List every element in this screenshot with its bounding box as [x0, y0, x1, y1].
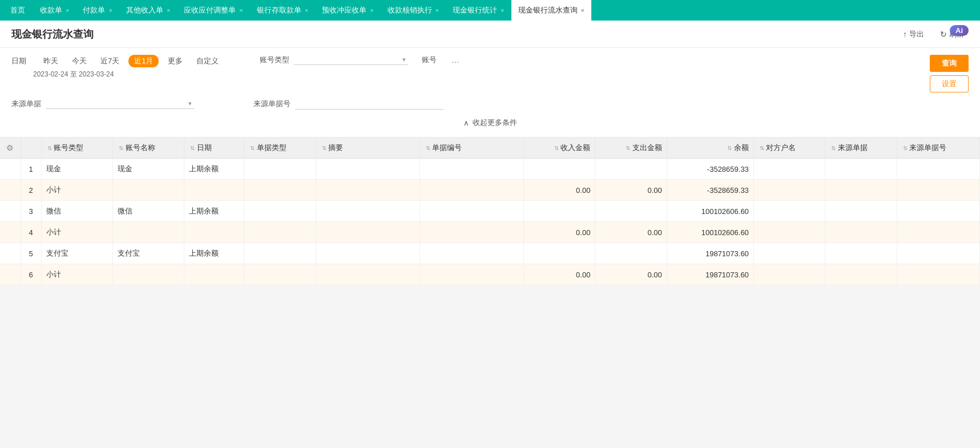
table-cell: [112, 264, 184, 285]
table-cell: [316, 243, 420, 264]
date-more-btn[interactable]: 更多: [163, 55, 187, 67]
table-cell: 上期余额: [184, 159, 244, 180]
sort-icon: ⇅: [322, 145, 326, 151]
table-cell: [595, 243, 667, 264]
table-cell: 3: [21, 201, 41, 222]
th-balance[interactable]: ⇅ 余额: [667, 138, 753, 159]
close-tab-0-icon[interactable]: ×: [66, 7, 69, 14]
close-tab-8-icon[interactable]: ×: [581, 7, 584, 14]
table-row: 3微信微信上期余额100102606.60: [0, 201, 980, 222]
table-cell: [420, 159, 523, 180]
close-tab-3-icon[interactable]: ×: [239, 7, 243, 14]
date-custom-btn[interactable]: 自定义: [192, 55, 223, 67]
table-cell: [523, 243, 595, 264]
table-row: 5支付宝支付宝上期余额19871073.60: [0, 243, 980, 264]
ai-badge[interactable]: Ai: [950, 25, 969, 36]
table-cell: [595, 201, 667, 222]
table-cell: [316, 159, 420, 180]
close-tab-4-icon[interactable]: ×: [305, 7, 308, 14]
collapse-up-icon: ∧: [463, 119, 469, 127]
gear-icon[interactable]: ⚙: [6, 143, 14, 152]
table-cell: 现金: [41, 159, 112, 180]
sort-icon: ⇅: [831, 145, 836, 151]
table-cell: [523, 159, 595, 180]
date-1month-btn[interactable]: 近1月: [128, 55, 159, 67]
query-button[interactable]: 查询: [930, 55, 969, 72]
th-counterparty[interactable]: ⇅ 对方户名: [753, 138, 825, 159]
nav-tab-0[interactable]: 收款单 ×: [33, 0, 76, 21]
account-no-dots-btn[interactable]: ...: [449, 55, 461, 65]
table-cell: [316, 264, 420, 285]
table-cell: [420, 264, 523, 285]
source-doc-select[interactable]: ▾: [46, 99, 194, 109]
table-cell: [595, 159, 667, 180]
nav-tab-4[interactable]: 银行存取款单 ×: [250, 0, 315, 21]
th-settings[interactable]: ⚙: [0, 138, 21, 159]
date-today-btn[interactable]: 今天: [67, 55, 91, 67]
sort-icon: ⇅: [760, 145, 764, 151]
close-tab-2-icon[interactable]: ×: [167, 7, 170, 14]
table-cell: [184, 222, 244, 243]
nav-tab-1[interactable]: 付款单 ×: [76, 0, 119, 21]
sort-icon: ⇅: [626, 145, 630, 151]
account-no-label: 账号: [422, 55, 445, 65]
th-account-name[interactable]: ⇅ 账号名称: [112, 138, 184, 159]
account-type-select[interactable]: ▾: [294, 55, 408, 65]
nav-tab-7[interactable]: 现金银行统计 ×: [446, 0, 511, 21]
table-cell: [420, 180, 523, 201]
th-date[interactable]: ⇅ 日期: [184, 138, 244, 159]
setting-button[interactable]: 设置: [930, 75, 969, 92]
export-button[interactable]: ↑ 导出: [898, 27, 929, 42]
table-cell: [523, 201, 595, 222]
nav-tab-8[interactable]: 现金银行流水查询 ×: [511, 0, 591, 21]
table-cell: [420, 222, 523, 243]
table-cell: [244, 243, 316, 264]
table-cell: [244, 264, 316, 285]
nav-tab-6[interactable]: 收款核销执行 ×: [381, 0, 446, 21]
table-cell: 0.00: [595, 264, 667, 285]
table-cell: [897, 222, 979, 243]
table-cell: [897, 264, 979, 285]
source-doc-no-input[interactable]: [295, 98, 443, 110]
table-cell: [825, 159, 897, 180]
close-tab-7-icon[interactable]: ×: [501, 7, 504, 14]
th-doc-type[interactable]: ⇅ 单据类型: [244, 138, 316, 159]
sort-icon: ⇅: [426, 145, 430, 151]
account-type-chevron-icon: ▾: [402, 56, 406, 63]
page-title: 现金银行流水查询: [11, 27, 94, 41]
page-header: 现金银行流水查询 ↑ 导出 ↻ 刷新 Ai: [0, 21, 980, 48]
table-header-row: ⚙ ⇅ 账号类型 ⇅ 账号名称 ⇅ 日期 ⇅ 单据类型: [0, 138, 980, 159]
date-yesterday-btn[interactable]: 昨天: [39, 55, 63, 67]
th-account-type[interactable]: ⇅ 账号类型: [41, 138, 112, 159]
table-cell: [825, 180, 897, 201]
table-cell: [0, 243, 21, 264]
table-cell: 5: [21, 243, 41, 264]
close-tab-5-icon[interactable]: ×: [370, 7, 373, 14]
nav-tab-5[interactable]: 预收冲应收单 ×: [315, 0, 380, 21]
table-cell: [316, 201, 420, 222]
nav-tab-2[interactable]: 其他收入单 ×: [119, 0, 177, 21]
table-cell: [112, 180, 184, 201]
close-tab-6-icon[interactable]: ×: [435, 7, 439, 14]
date-range-display: 2023-02-24 至 2023-03-24: [33, 70, 114, 78]
date-7days-btn[interactable]: 近7天: [96, 55, 124, 67]
table-cell: [753, 159, 825, 180]
th-expense[interactable]: ⇅ 支出金额: [595, 138, 667, 159]
th-source-doc[interactable]: ⇅ 来源单据: [825, 138, 897, 159]
table-cell: [0, 180, 21, 201]
date-label: 日期: [11, 56, 34, 66]
close-tab-1-icon[interactable]: ×: [108, 7, 112, 14]
table-cell: 小计: [41, 222, 112, 243]
nav-tab-3[interactable]: 应收应付调整单 ×: [177, 0, 249, 21]
table-cell: -3528659.33: [667, 159, 753, 180]
th-income[interactable]: ⇅ 收入金额: [523, 138, 595, 159]
table-cell: [897, 159, 979, 180]
collapse-bar[interactable]: ∧ 收起更多条件: [11, 115, 969, 130]
nav-home[interactable]: 首页: [2, 0, 33, 21]
th-summary[interactable]: ⇅ 摘要: [316, 138, 420, 159]
table-cell: [244, 201, 316, 222]
table-cell: 支付宝: [112, 243, 184, 264]
table-cell: 上期余额: [184, 201, 244, 222]
th-doc-no[interactable]: ⇅ 单据编号: [420, 138, 523, 159]
th-source-doc-no[interactable]: ⇅ 来源单据号: [897, 138, 979, 159]
